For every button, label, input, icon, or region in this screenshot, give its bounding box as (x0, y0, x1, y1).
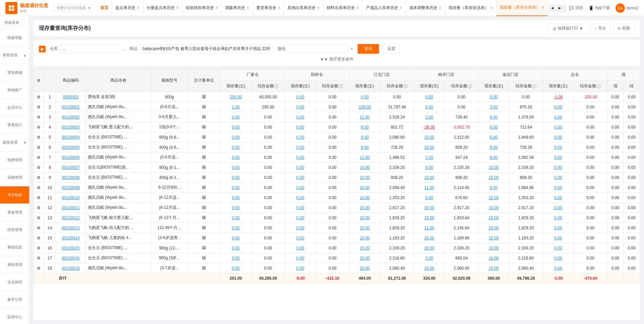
cell-jiangbei-amount: 1,488.52 (380, 152, 414, 163)
cell-gear[interactable]: ⚙ (34, 173, 44, 183)
close-icon[interactable]: ✕ (490, 6, 493, 10)
tab-branch-inventory[interactable]: 分量盘点单历史 ✕ (143, 0, 182, 16)
cell-jiangbei-stock: 10.00 (349, 243, 380, 253)
refresh-btn[interactable]: ↻ 刷新 (613, 24, 635, 33)
cell-gear[interactable]: ⚙ (34, 152, 44, 163)
expand-conditions-btn[interactable]: ▼▼ 展开更多条件 (39, 56, 635, 62)
cell-nanan-stock: 3.00 (414, 253, 445, 263)
info-icon[interactable]: i (274, 84, 278, 88)
cell-mountain-stock: 0.00 (285, 183, 316, 193)
nav-prev-btn[interactable]: ◀ (549, 5, 556, 11)
cell-gear[interactable]: ⚙ (34, 183, 44, 193)
nav-next-btn[interactable]: ▶ (556, 5, 563, 11)
close-icon[interactable]: ✕ (541, 6, 544, 9)
sidebar-item-label: 快捷导航 (7, 35, 22, 40)
sidebar-item-wholesale[interactable]: 批发管理 ▼ (0, 134, 29, 151)
info-icon[interactable]: i (597, 84, 601, 88)
color-input[interactable] (288, 45, 348, 53)
message-btn[interactable]: 💬 消息 (569, 5, 583, 11)
tab-transfer[interactable]: 调拨单历史 ✕ (222, 0, 253, 16)
sidebar-item-member[interactable]: 会员中心 (0, 99, 29, 117)
industry-selector[interactable]: 母婴行业演示陈套 ▼ (54, 4, 94, 11)
cell-gear[interactable]: ⚙ (34, 102, 44, 112)
tab-home[interactable]: 首页 (97, 0, 112, 16)
user-area[interactable]: Ea demo2 (615, 3, 639, 13)
setting-btn[interactable]: 设置 (383, 44, 400, 54)
tab-material-out[interactable]: 材料出库单历史 ✕ (323, 0, 363, 16)
info-icon[interactable]: i (404, 84, 408, 88)
tab-other-out[interactable]: 其他出库单历史 ✕ (284, 0, 323, 16)
tab-stock-status[interactable]: 现存量（库存状况表） ✕ (445, 0, 496, 16)
tab-inventory-check[interactable]: 盘点单历史 ✕ (112, 0, 143, 16)
close-icon[interactable]: ✕ (176, 6, 179, 10)
cell-yubei-amount: 728.28 (509, 142, 543, 152)
close-icon[interactable]: ✕ (356, 6, 359, 10)
sidebar-item-retail-mgmt[interactable]: 零售管理 ▲ (0, 47, 29, 64)
tab-disassemble[interactable]: 组装拆卸单历史 ✕ (182, 0, 222, 16)
cell-gear[interactable]: ⚙ (34, 112, 44, 122)
tab-product-in[interactable]: 产成品入库单历史 ✕ (363, 0, 406, 16)
cell-gear[interactable]: ⚙ (34, 253, 44, 263)
tab-stock-dist[interactable]: 现存量（库存分布表） ✕ (496, 0, 548, 16)
cell-gear[interactable]: ⚙ (34, 203, 44, 213)
cell-gear[interactable]: ⚙ (34, 92, 44, 102)
info-icon[interactable]: i (339, 84, 343, 88)
sidebar-search-input[interactable] (2, 19, 29, 26)
close-icon[interactable]: ✕ (137, 6, 140, 10)
col-product-name: 商品名称 (86, 69, 151, 92)
query-btn[interactable]: 查询 (358, 44, 379, 54)
close-icon[interactable]: ✕ (278, 6, 280, 10)
cell-gear[interactable]: ⚙ (34, 132, 44, 142)
nav-close-all-btn[interactable]: ✕ (564, 5, 566, 11)
search-toggle-btn[interactable]: ▶ (39, 46, 46, 52)
app-download-btn[interactable]: 📱 App下载 (589, 5, 610, 11)
close-icon[interactable]: ✕ (317, 6, 320, 10)
sidebar-item-app-center[interactable]: 应用中心 (0, 309, 29, 324)
close-icon[interactable]: ✕ (247, 6, 249, 10)
close-icon[interactable]: ✕ (399, 6, 402, 10)
cell-extra-amount: 0.00 (624, 203, 640, 213)
cell-gear[interactable]: ⚙ (34, 193, 44, 203)
cell-gear[interactable]: ⚙ (34, 243, 44, 253)
sidebar-item-purchase[interactable]: 采购管理 (0, 169, 29, 186)
sidebar-item-ecommerce[interactable]: 电商管理 (0, 151, 29, 169)
cell-gear[interactable]: ⚙ (34, 163, 44, 173)
sidebar-item-marketing[interactable]: 营销推广 (0, 82, 29, 99)
export-icon: ↑ (595, 26, 597, 31)
sidebar-item-retail-shop[interactable]: 零售商城 (0, 64, 29, 82)
cell-gear[interactable]: ⚙ (34, 263, 44, 273)
sidebar-item-finance[interactable]: 资金管理 (0, 204, 29, 221)
cell-gear[interactable]: ⚙ (34, 223, 44, 233)
table-scroll[interactable]: ⚙ 商品编码 商品名称 规格型号 主计量单位 厂家仓 陌村仓 江北门店 南岸门店… (34, 69, 640, 320)
cell-gear[interactable]: ⚙ (34, 122, 44, 132)
close-icon[interactable]: ✕ (215, 6, 218, 10)
sidebar-item-retail-stats[interactable]: 零售统计 (0, 117, 29, 134)
sidebar-item-label: 库存核算 (7, 192, 22, 197)
cell-total-amount: 0.00 (574, 193, 607, 203)
close-icon[interactable]: ✕ (439, 6, 441, 10)
table-row: ⚙ 5 00100004 合生元 (BIOSTIME) ... 900g (0-… (34, 132, 640, 142)
sidebar-item-ops-mgmt[interactable]: 经营管理 (0, 221, 29, 239)
cell-gear[interactable]: ⚙ (34, 213, 44, 223)
sidebar-item-system[interactable]: 系统管理 (0, 256, 29, 274)
export-btn[interactable]: ↑ 导出 (590, 24, 610, 33)
industry-label: 母婴行业演示陈套 (57, 5, 86, 10)
sidebar-item-quick-nav[interactable]: 快捷导航 (0, 29, 29, 47)
info-icon[interactable]: i (468, 84, 472, 88)
sidebar-item-guide[interactable]: 新手引导 (0, 291, 29, 309)
sidebar-item-stock[interactable]: 库存核算 (0, 186, 29, 204)
product-input[interactable] (140, 45, 274, 53)
cell-jiangbei-amount: 1,829.20 (380, 223, 414, 233)
sidebar-item-corp-coop[interactable]: 企业协同 (0, 274, 29, 291)
print-btn[interactable]: 🖨 按模板打印 ▼ (548, 24, 588, 33)
warehouse-input[interactable] (60, 45, 120, 53)
sidebar-item-basic-info[interactable]: 基础信息 (0, 239, 29, 256)
tab-order-history[interactable]: 要货单历史 ✕ (253, 0, 284, 16)
tab-cost-adjust[interactable]: 成本调整单历史 ✕ (406, 0, 445, 16)
cell-gear[interactable]: ⚙ (34, 233, 44, 243)
info-icon[interactable]: i (532, 84, 536, 88)
cell-total-amount: 0.00 (574, 213, 607, 223)
cell-gear[interactable]: ⚙ (34, 142, 44, 152)
cell-extra-stock: 0.00 (607, 112, 624, 122)
product-label: 商品 (129, 46, 138, 52)
